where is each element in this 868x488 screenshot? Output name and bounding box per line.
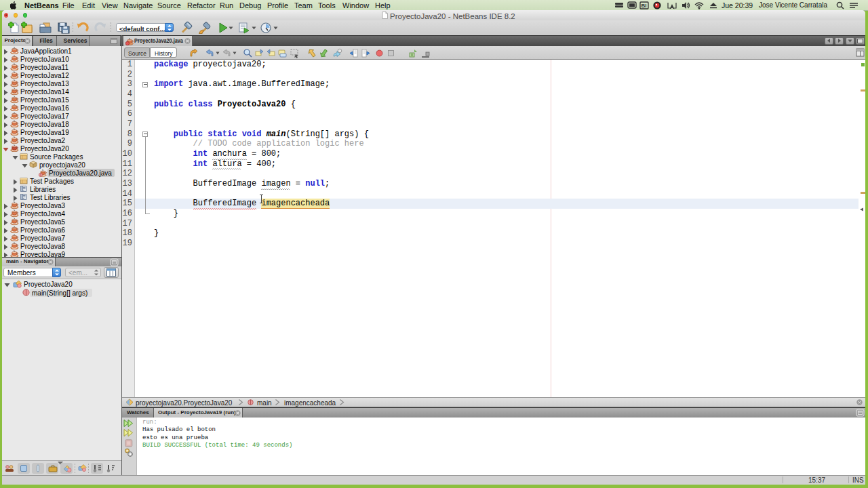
svg-text:Bl: Bl (641, 3, 646, 9)
